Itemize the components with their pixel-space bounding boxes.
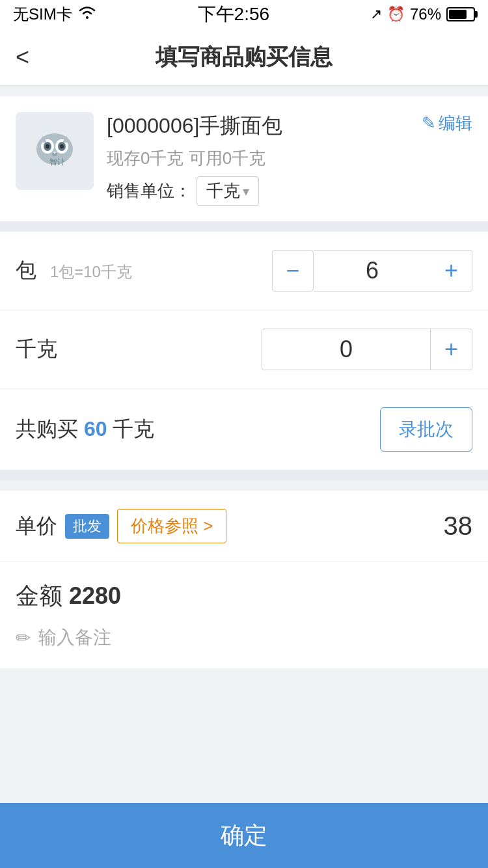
status-bar: 无SIM卡 下午2:56 ↗ ⏰ 76% [0, 0, 488, 29]
total-qty-value: 60 [84, 417, 107, 441]
unit-label: 销售单位： [107, 180, 191, 202]
dropdown-icon: ▾ [243, 183, 249, 199]
carrier-text: 无SIM卡 [13, 4, 72, 25]
price-label-text: 单价 [16, 512, 57, 541]
product-info: [0000006]手撕面包 ✎ 编辑 现存0千克 可用0千克 销售单位： 千克 … [107, 112, 472, 206]
back-button[interactable]: < [16, 44, 29, 71]
batch-button[interactable]: 录批次 [380, 407, 472, 452]
bao-increment-button[interactable]: + [431, 250, 472, 292]
product-card: 智计 [0000006]手撕面包 ✎ 编辑 现存0千克 可用0千克 销售单位： … [0, 96, 488, 221]
total-prefix: 共购买 [16, 417, 78, 441]
section-divider-1 [0, 221, 488, 232]
amount-text: 金额 2280 [16, 580, 472, 612]
svg-text:智计: 智计 [49, 157, 65, 167]
price-badge: 批发 [65, 514, 109, 539]
amount-num: 2280 [69, 582, 121, 609]
input-section: 包 1包=10千克 − + 千克 + [0, 232, 488, 389]
battery-icon [446, 7, 475, 21]
bao-sublabel: 1包=10千克 [50, 263, 132, 280]
total-unit-value: 千克 [113, 417, 154, 441]
total-text: 共购买 60 千克 [16, 415, 154, 444]
unit-select[interactable]: 千克 ▾ [197, 176, 259, 206]
status-left: 无SIM卡 [13, 4, 97, 25]
status-right: ↗ ⏰ 76% [370, 5, 475, 23]
battery-percent: 76% [410, 5, 441, 23]
amount-label: 金额 [16, 582, 62, 609]
page-title: 填写商品购买信息 [156, 42, 332, 72]
bao-label: 包 1包=10千克 [16, 256, 272, 285]
section-divider-2 [0, 470, 488, 480]
bao-quantity-input[interactable] [314, 250, 431, 292]
amount-section: 金额 2280 ✏ 输入备注 [0, 562, 488, 668]
kg-label: 千克 [16, 335, 262, 364]
location-icon: ↗ [370, 6, 382, 23]
bao-decrement-button[interactable]: − [272, 250, 314, 292]
price-label: 单价 批发 价格参照 > [16, 509, 226, 543]
product-image: 智计 [16, 112, 94, 190]
nav-bar: < 填写商品购买信息 [0, 29, 488, 86]
edit-button[interactable]: ✎ 编辑 [422, 112, 472, 135]
total-row: 共购买 60 千克 录批次 [0, 389, 488, 470]
product-unit-row: 销售单位： 千克 ▾ [107, 176, 472, 206]
wifi-icon [77, 5, 97, 23]
product-thumbnail-icon: 智计 [31, 128, 78, 174]
note-icon: ✏ [16, 627, 31, 649]
price-section: 单价 批发 价格参照 > 38 [0, 491, 488, 562]
bottom-bar: 确定 [0, 803, 488, 868]
note-placeholder: 输入备注 [38, 625, 111, 650]
product-name: [0000006]手撕面包 [107, 112, 282, 141]
unit-value: 千克 [206, 180, 240, 202]
kg-quantity-control: + [262, 329, 472, 370]
product-stock: 现存0千克 可用0千克 [107, 147, 472, 170]
status-time: 下午2:56 [198, 2, 270, 27]
kg-quantity-input[interactable] [262, 329, 431, 370]
price-row: 单价 批发 价格参照 > 38 [16, 509, 472, 543]
bao-input-row: 包 1包=10千克 − + [0, 232, 488, 310]
price-value: 38 [444, 511, 473, 541]
edit-icon: ✎ [422, 113, 436, 133]
product-top-row: [0000006]手撕面包 ✎ 编辑 [107, 112, 472, 147]
svg-point-5 [46, 144, 49, 148]
alarm-icon: ⏰ [387, 6, 405, 23]
price-reference-button[interactable]: 价格参照 > [117, 509, 226, 543]
note-row[interactable]: ✏ 输入备注 [16, 625, 472, 650]
confirm-button[interactable]: 确定 [0, 803, 488, 868]
kg-input-row: 千克 + [0, 310, 488, 389]
edit-label: 编辑 [439, 112, 472, 135]
bao-quantity-control: − + [272, 250, 472, 292]
kg-increment-button[interactable]: + [431, 329, 472, 370]
svg-point-6 [60, 144, 64, 148]
